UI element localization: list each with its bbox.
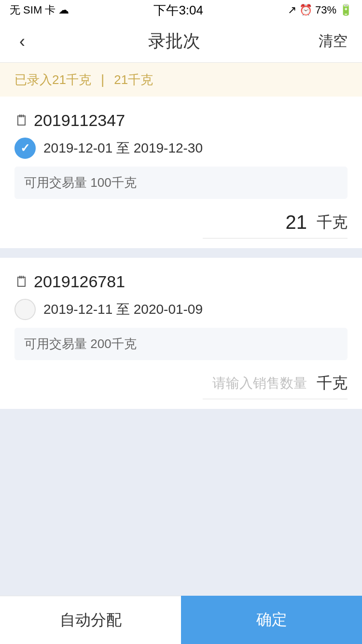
battery-icon: 🔋 [339, 4, 352, 16]
info-divider: | [101, 72, 104, 87]
batch-date-1: 2019-12-11 至 2020-01-09 [43, 300, 203, 319]
status-left: 无 SIM 卡 ☁ [10, 3, 69, 17]
status-time: 下午3:04 [153, 2, 203, 19]
qty-input-0[interactable] [249, 211, 307, 233]
batch-date-row-0: 2019-12-01 至 2019-12-30 [14, 138, 348, 159]
info-banner: 已录入21千克 | 21千克 [0, 63, 362, 97]
qty-unit-1: 千克 [317, 373, 348, 394]
location-icon: ↗ [288, 4, 296, 16]
empty-area [0, 409, 362, 612]
status-bar: 无 SIM 卡 ☁ 下午3:04 ↗ ⏰ 73% 🔋 [0, 0, 362, 20]
info-value: 21千克 [114, 71, 153, 88]
radio-button-0[interactable] [14, 138, 36, 159]
batch-item-0: 🗒 2019112347 2019-12-01 至 2019-12-30 可用交… [0, 97, 362, 248]
batch-doc-icon-0: 🗒 [14, 112, 29, 129]
auto-distribute-button[interactable]: 自动分配 [0, 596, 181, 644]
qty-unit-0: 千克 [317, 212, 348, 233]
batch-date-row-1: 2019-12-11 至 2020-01-09 [14, 299, 348, 320]
bottom-buttons: 自动分配 确定 [0, 596, 362, 644]
divider-0 [203, 238, 348, 238]
batch-header-0: 🗒 2019112347 [14, 111, 348, 130]
clear-button[interactable]: 清空 [319, 31, 348, 51]
divider-1 [203, 399, 348, 399]
page-title: 录批次 [148, 29, 200, 53]
section-divider [0, 248, 362, 258]
batch-available-1: 可用交易量 200千克 [14, 328, 348, 360]
confirm-button[interactable]: 确定 [181, 596, 362, 644]
batch-header-1: 🗒 2019126781 [14, 272, 348, 291]
batch-qty-row-0: 千克 [14, 207, 348, 238]
batch-qty-row-1: 请输入销售数量 千克 [14, 368, 348, 399]
battery-text: 73% [315, 4, 336, 16]
batch-doc-icon-1: 🗒 [14, 274, 29, 290]
status-right: ↗ ⏰ 73% 🔋 [288, 4, 352, 16]
batch-available-0: 可用交易量 100千克 [14, 167, 348, 199]
batch-date-0: 2019-12-01 至 2019-12-30 [43, 139, 203, 157]
qty-placeholder-1: 请输入销售数量 [14, 374, 307, 392]
no-sim-text: 无 SIM 卡 ☁ [10, 3, 69, 17]
back-button[interactable]: ‹ [14, 27, 30, 56]
nav-bar: ‹ 录批次 清空 [0, 20, 362, 63]
info-label: 已录入21千克 [14, 71, 91, 88]
batch-id-0: 2019112347 [34, 111, 125, 130]
batch-id-1: 2019126781 [34, 272, 125, 291]
alarm-icon: ⏰ [299, 4, 312, 16]
batch-item-1: 🗒 2019126781 2019-12-11 至 2020-01-09 可用交… [0, 258, 362, 409]
radio-button-1[interactable] [14, 299, 36, 320]
